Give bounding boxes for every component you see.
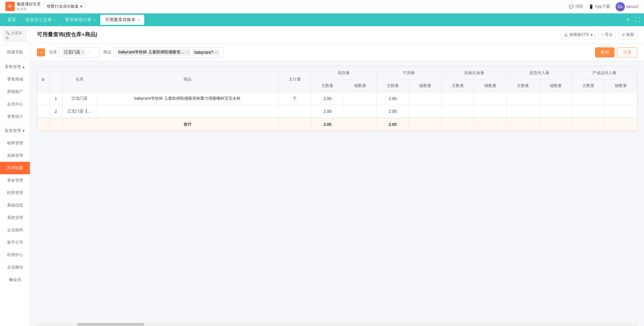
tab-keyongliang-close[interactable]: × xyxy=(138,18,140,22)
warehouse-filter-input[interactable]: 江北门店 × ··· xyxy=(59,47,99,57)
page-title: 可用量查询(按仓库+商品) xyxy=(37,31,97,42)
store-dropdown-icon: ▾ xyxy=(80,4,82,9)
sidebar-item-batch-mgmt[interactable]: 批发管理 ▼ xyxy=(0,125,30,137)
warehouse-filter-label: 仓库 xyxy=(49,49,57,55)
table-settings-icon[interactable]: ⚙ xyxy=(41,77,45,82)
sidebar-item-system[interactable]: 系统管理 xyxy=(0,212,30,224)
row2-pp-main xyxy=(507,105,539,118)
product-filter-group: 商品 babycare学饮杯 儿童防摔防撞吸管杯重力球吸嘴杯宝宝水杯 × bab… xyxy=(103,47,223,57)
tab-home[interactable]: 首页 xyxy=(3,15,21,25)
sidebar-item-purchase[interactable]: 采购管理 xyxy=(0,149,30,162)
sidebar-item-enterprise[interactable]: 企业协同 xyxy=(0,224,30,236)
print-btn[interactable]: 🖨 按模板打印 ▾ xyxy=(561,30,596,39)
sidebar-item-app-center[interactable]: 应用中心 xyxy=(0,249,30,261)
nav-right-actions: × ⛶ xyxy=(625,15,641,24)
row2-prod-aux xyxy=(604,105,637,118)
print-icon: 🖨 xyxy=(564,33,568,37)
app-download-btn[interactable]: 📱 App下载 xyxy=(589,4,610,9)
warehouse-tag-close[interactable]: × xyxy=(82,50,84,54)
vip-label: 畅会员 xyxy=(9,277,21,283)
tab-yaohuo[interactable]: 要货单统计表 × xyxy=(60,15,100,25)
inventory-label: 库存核算 xyxy=(7,165,23,171)
warehouse-more-btn[interactable]: ··· xyxy=(87,50,90,55)
sidebar-search-btn[interactable]: 🔍 搜索菜单 xyxy=(3,29,27,42)
footer-stock-main: 2.00 xyxy=(311,118,344,131)
footer-label: 合计 xyxy=(96,118,279,131)
data-table: ⚙ 仓库 商品 主计量 现存量 可用量 采购在途量 进货待入量 产成品待入量 主… xyxy=(37,66,637,131)
filter-toggle-btn[interactable]: » xyxy=(37,48,45,56)
finance-label: 资金管理 xyxy=(7,178,23,183)
product-filter-input[interactable]: babycare学饮杯 儿童防摔防撞吸管杯重力球吸嘴杯宝宝水杯 × babyca… xyxy=(113,47,223,57)
marketing-label: 营销推广 xyxy=(7,89,23,95)
export-btn[interactable]: ↑ 导出 xyxy=(598,30,616,39)
enterprise-label: 企业协同 xyxy=(7,227,23,233)
sidebar-item-operations[interactable]: 经营管理 xyxy=(0,187,30,199)
table-row: 1 江北门店 babycare学饮杯 儿童防摔防撞吸管杯重力球吸嘴杯宝宝水杯 个… xyxy=(37,92,637,105)
sidebar-item-quick-nav[interactable]: 快捷导航 xyxy=(0,47,30,58)
row2-stock-main: 2.00 xyxy=(311,105,344,118)
row1-avail-main: 2.00 xyxy=(376,92,409,105)
close-all-tabs-btn[interactable]: × xyxy=(625,15,631,24)
horizontal-scrollbar[interactable] xyxy=(37,323,637,326)
sidebar-item-newbie[interactable]: 新手引导 xyxy=(0,236,30,249)
app-icon: 📱 xyxy=(589,4,594,9)
tab-keyongliang-label: 可用量库存账本 xyxy=(105,17,136,23)
settings-btn[interactable]: 设置 xyxy=(617,47,637,57)
store-selector[interactable]: 母婴行业演示账套 ▾ xyxy=(44,2,85,11)
user-name: demo2 xyxy=(626,4,639,9)
main-layout: 🔍 搜索菜单 快捷导航 零售管理 ▲ 零售商城 营销推广 会员中心 零售统计 xyxy=(0,26,644,326)
tab-shoufacun[interactable]: 收发存汇总表 × xyxy=(21,15,60,25)
sidebar-item-inventory[interactable]: 库存核算 xyxy=(0,162,30,174)
row1-main-unit: 个 xyxy=(279,92,311,105)
refresh-btn[interactable]: ↺ 刷新 xyxy=(619,30,637,39)
tab-yaohuo-close[interactable]: × xyxy=(93,18,95,22)
sidebar-item-ecommerce[interactable]: 电商管理 xyxy=(0,137,30,149)
row2-seq: 2 xyxy=(49,105,63,118)
newbie-label: 新手引导 xyxy=(7,240,23,245)
sidebar-item-retail-store[interactable]: 零售商城 xyxy=(0,73,30,86)
quick-nav-label: 快捷导航 xyxy=(7,50,23,54)
row1-stock-aux xyxy=(344,92,376,105)
tab-shoufacun-close[interactable]: × xyxy=(54,18,56,22)
content-area: 可用量查询(按仓库+商品) 🖨 按模板打印 ▾ ↑ 导出 ↺ 刷新 xyxy=(30,26,644,326)
sidebar-item-retail-mgmt[interactable]: 零售管理 ▲ xyxy=(0,61,30,73)
retail-mgmt-label: 零售管理 xyxy=(5,64,21,70)
table-footer-row: 合计 2.00 2.00 xyxy=(37,118,637,131)
tab-keyongliang[interactable]: 可用量库存账本 × xyxy=(100,15,144,25)
product-tag-1-close[interactable]: × xyxy=(187,50,189,54)
user-area[interactable]: Ea demo2 xyxy=(615,2,639,11)
ecommerce-label: 电商管理 xyxy=(7,140,23,146)
th-purchase-pending: 进货待入量 xyxy=(507,67,572,80)
sidebar-item-marketing[interactable]: 营销推广 xyxy=(0,86,30,98)
row2-avail-aux xyxy=(409,105,441,118)
footer-empty3 xyxy=(63,118,96,131)
scrollbar-thumb[interactable] xyxy=(77,323,144,326)
content-header: 可用量查询(按仓库+商品) 🖨 按模板打印 ▾ ↑ 导出 ↺ 刷新 xyxy=(30,26,644,44)
row2-pt-main xyxy=(442,105,474,118)
query-btn[interactable]: 查询 xyxy=(595,47,614,57)
footer-pp-aux xyxy=(539,118,572,131)
sidebar-item-enterprise-wechat[interactable]: 企业微信 xyxy=(0,261,30,274)
sidebar-item-finance[interactable]: 资金管理 xyxy=(0,174,30,187)
sidebar-item-basics[interactable]: 基础信息 xyxy=(0,199,30,212)
sidebar: 🔍 搜索菜单 快捷导航 零售管理 ▲ 零售商城 营销推广 会员中心 零售统计 xyxy=(0,26,30,326)
basics-label: 基础信息 xyxy=(7,202,23,208)
row2-product xyxy=(96,105,279,118)
row2-pp-aux xyxy=(539,105,572,118)
message-btn[interactable]: 💬 消息 xyxy=(569,4,583,9)
footer-avail-aux xyxy=(409,118,441,131)
row1-warehouse: 江北门店 xyxy=(63,92,96,105)
expand-btn[interactable]: ⛶ xyxy=(633,15,641,24)
row2-avail-main: 2.00 xyxy=(376,105,409,118)
row2-warehouse: 江北门店【... xyxy=(63,105,96,118)
footer-empty4 xyxy=(279,118,311,131)
sidebar-item-member[interactable]: 会员中心 xyxy=(0,98,30,110)
th-available: 可用量 xyxy=(376,67,441,80)
row1-stock-main: 2.00 xyxy=(311,92,344,105)
avatar: Ea xyxy=(615,2,625,11)
th-pp-main-qty: 主数量 xyxy=(507,80,539,92)
top-bar-left: 好 畅捷通好生意 标准版 母婴行业演示账套 ▾ xyxy=(5,2,85,11)
sidebar-item-retail-stats[interactable]: 零售统计 xyxy=(0,110,30,123)
th-stock-main-qty: 主数量 xyxy=(311,80,344,92)
sidebar-item-vip[interactable]: 畅会员 xyxy=(0,274,30,286)
